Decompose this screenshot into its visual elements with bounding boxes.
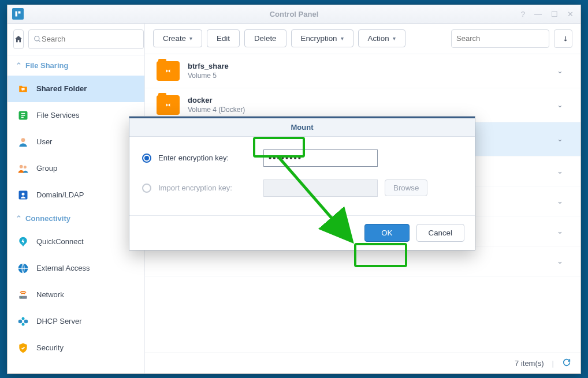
section-label: File Sharing [25,61,68,70]
svg-point-15 [24,319,28,323]
titlebar: Control Panel ? — ☐ ✕ [8,5,580,24]
ok-button[interactable]: OK [364,224,409,242]
svg-rect-12 [19,295,27,298]
svg-text:⇄: ⇄ [21,87,25,91]
svg-point-14 [18,319,23,323]
caret-down-icon: ▾ [341,35,344,42]
chevron-down-icon[interactable]: ⌄ [557,66,569,75]
sidebar-item-quickconnect[interactable]: QuickConnect [8,229,144,255]
sidebar-item-label: File Services [36,111,79,119]
sidebar-item-network[interactable]: Network [8,282,144,308]
sidebar-item-label: Security [36,343,64,352]
home-button[interactable] [13,29,24,49]
folder-name: btrfs_share [188,62,549,70]
folder-sub: Volume 5 [188,72,549,80]
edit-button[interactable]: Edit [207,29,240,47]
sidebar-item-label: Domain/LDAP [36,190,84,199]
folder-name: docker [188,96,549,104]
domain-icon [17,189,29,201]
sort-icon [559,34,568,43]
dialog-title: Mount [129,117,475,137]
shield-icon [17,342,29,354]
sidebar-item-external-access[interactable]: External Access [8,255,144,282]
sidebar-search-input[interactable] [42,35,139,43]
chevron-down-icon[interactable]: ⌄ [557,257,569,265]
home-icon [14,35,23,44]
encryption-key-input[interactable] [263,149,378,167]
sidebar-item-user[interactable]: User [8,129,144,155]
svg-point-17 [22,323,25,325]
svg-point-10 [22,192,25,195]
toolbar-search[interactable] [451,29,549,48]
sidebar-item-shared-folder[interactable]: ⇄ Shared Folder [8,76,144,102]
caret-down-icon: ▾ [189,35,192,42]
import-key-label: Import encryption key: [158,184,256,192]
folder-row[interactable]: ⌄ [145,246,580,276]
svg-point-13 [21,297,22,298]
sidebar-item-file-services[interactable]: File Services [8,102,144,129]
sidebar: ⌃ File Sharing ⇄ Shared Folder File Serv… [8,24,145,373]
svg-point-16 [22,317,25,320]
toolbar: Create▾ Edit Delete Encryption▾ Action▾ [145,24,580,54]
browse-button[interactable]: Browse [385,179,427,196]
section-file-sharing[interactable]: ⌃ File Sharing [8,55,144,76]
chevron-down-icon[interactable]: ⌄ [557,134,569,143]
svg-line-3 [39,40,40,42]
statusbar: 7 item(s) | [145,353,580,373]
sort-button[interactable] [554,29,572,48]
folder-icon [157,95,180,115]
sidebar-item-label: DHCP Server [36,317,82,325]
search-icon [34,35,42,43]
sidebar-item-domain-ldap[interactable]: Domain/LDAP [8,182,144,208]
chevron-up-icon: ⌃ [16,214,22,223]
encryption-button[interactable]: Encryption▾ [291,29,353,47]
svg-point-6 [21,138,25,142]
user-icon [17,136,29,148]
window-title: Control Panel [8,10,580,18]
svg-point-2 [35,36,39,40]
create-button[interactable]: Create▾ [153,29,202,47]
chevron-down-icon[interactable]: ⌄ [557,100,569,109]
dhcp-icon [17,315,29,328]
sidebar-search[interactable] [28,29,144,49]
chevron-down-icon[interactable]: ⌄ [557,227,569,235]
share-folder-icon: ⇄ [17,83,29,95]
network-icon [17,289,29,301]
section-connectivity[interactable]: ⌃ Connectivity [8,208,144,229]
reload-button[interactable] [562,358,571,369]
radio-import-key[interactable] [142,184,151,193]
file-services-icon [17,109,29,122]
folder-sub: Volume 4 (Docker) [188,106,549,114]
quickconnect-icon [17,235,29,248]
sidebar-item-label: Shared Folder [36,84,87,93]
svg-point-7 [20,164,23,168]
caret-down-icon: ▾ [393,35,396,42]
sidebar-item-label: User [36,137,52,146]
svg-point-8 [24,166,27,169]
group-icon [17,162,29,175]
toolbar-search-input[interactable] [456,34,553,43]
sidebar-item-label: Network [36,290,64,299]
delete-button[interactable]: Delete [244,29,286,47]
import-key-path [263,179,378,197]
item-count: 7 item(s) [515,359,544,368]
folder-row[interactable]: btrfs_share Volume 5 ⌄ [145,54,580,88]
mount-dialog: Mount Enter encryption key: Import encry… [129,116,475,250]
sidebar-item-label: Group [36,164,57,173]
sidebar-item-dhcp[interactable]: DHCP Server [8,308,144,335]
sidebar-item-label: QuickConnect [36,237,84,246]
chevron-down-icon[interactable]: ⌄ [557,197,569,205]
chevron-up-icon: ⌃ [16,61,22,70]
reload-icon [562,358,571,367]
radio-enter-key[interactable] [142,154,151,163]
sidebar-item-group[interactable]: Group [8,155,144,182]
action-button[interactable]: Action▾ [358,29,405,47]
enter-key-label: Enter encryption key: [158,154,256,162]
cancel-button[interactable]: Cancel [416,224,465,242]
folder-icon [157,61,180,81]
control-panel-window: Control Panel ? — ☐ ✕ ⌃ File Sharing [7,5,581,374]
sidebar-item-security[interactable]: Security [8,335,144,361]
section-label: Connectivity [25,214,70,223]
sidebar-item-label: External Access [36,264,90,272]
chevron-down-icon[interactable]: ⌄ [557,167,569,175]
